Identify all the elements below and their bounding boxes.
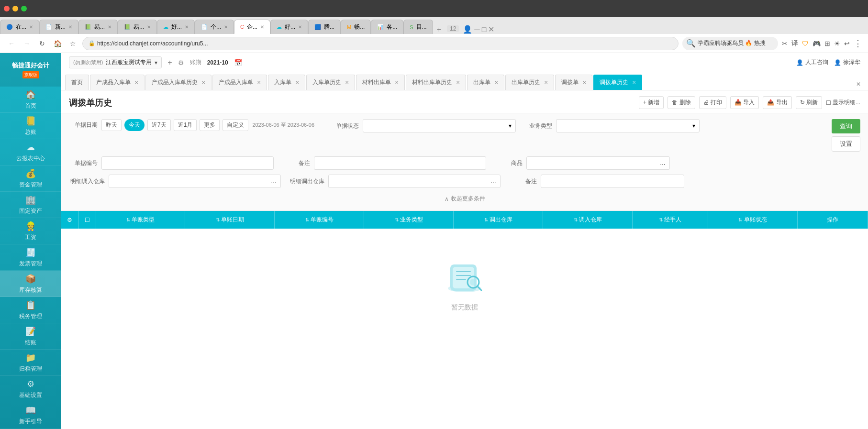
browser-tab-9[interactable]: 🟦 腾... xyxy=(308,20,341,34)
th-status[interactable]: ⇅ 单账状态 xyxy=(708,211,798,229)
th-out-warehouse[interactable]: ⇅ 调出仓库 xyxy=(454,211,543,229)
back-btn[interactable]: ← xyxy=(6,38,17,49)
browser-tab-7[interactable]: C 企... ✕ xyxy=(234,20,270,34)
app-tab-outbound-hist-close[interactable]: ✕ xyxy=(544,80,548,85)
th-type[interactable]: ⇅ 单账类型 xyxy=(96,211,185,229)
filter-vno-input[interactable] xyxy=(101,156,274,170)
filter-note-input[interactable] xyxy=(314,156,486,170)
th-biz[interactable]: ⇅ 业务类型 xyxy=(364,211,454,229)
browser-tab-11[interactable]: 📊 各... xyxy=(371,20,403,34)
app-tab-product-inbound-close[interactable]: ✕ xyxy=(134,80,138,85)
settings-gear-icon[interactable]: ⚙ xyxy=(178,59,184,66)
forward-btn[interactable]: → xyxy=(21,38,33,49)
th-gear[interactable]: ⚙ xyxy=(61,211,78,229)
app-tab-transfer-hist[interactable]: 调拨单历史 ✕ xyxy=(593,75,642,90)
th-no[interactable]: ⇅ 单账编号 xyxy=(275,211,364,229)
collapse-btn[interactable]: ∧ 收起更多条件 xyxy=(445,193,485,205)
app-tab-inbound-hist[interactable]: 入库单历史 ✕ xyxy=(306,75,355,90)
filter-biz-select[interactable]: ▾ xyxy=(556,119,700,132)
app-tab-transfer-hist-close[interactable]: ✕ xyxy=(632,80,636,85)
filter-detail-in-select[interactable]: … xyxy=(109,175,281,188)
app-tab-material-out-close[interactable]: ✕ xyxy=(395,80,399,85)
sidebar-item-closing[interactable]: 📝 结账 xyxy=(0,323,61,350)
date-btn-1month[interactable]: 近1月 xyxy=(174,119,197,131)
sidebar-item-settings[interactable]: ⚙ 基础设置 xyxy=(0,376,61,402)
home-btn[interactable]: 🏠 xyxy=(52,38,63,49)
sidebar-item-home[interactable]: 🏠 首页 xyxy=(0,87,61,113)
date-btn-today[interactable]: 今天 xyxy=(124,119,145,131)
browser-maximize[interactable]: □ xyxy=(482,25,487,34)
app-tab-inbound-close[interactable]: ✕ xyxy=(295,80,299,85)
refresh-btn-page[interactable]: ↻ 刷新 xyxy=(796,96,822,109)
app-tab-product-inbound[interactable]: 产成品入库单 ✕ xyxy=(90,75,145,90)
add-company-btn[interactable]: + xyxy=(167,58,172,67)
browser-tab-2[interactable]: 📄 新... ✕ xyxy=(39,20,78,34)
browser-close[interactable]: ✕ xyxy=(488,25,494,34)
sidebar-item-guide[interactable]: 📖 新手引导 xyxy=(0,402,61,429)
filter-detail-out-select[interactable]: … xyxy=(328,175,501,188)
print-btn[interactable]: 🖨 打印 xyxy=(699,96,726,109)
service-btn[interactable]: 👤 人工咨询 xyxy=(796,58,828,66)
query-btn[interactable]: 查询 xyxy=(832,119,860,133)
sidebar-item-archive[interactable]: 📁 归档管理 xyxy=(0,350,61,376)
browser-tab-12[interactable]: S 目... xyxy=(403,20,433,34)
sidebar-item-tax[interactable]: 📋 税务管理 xyxy=(0,297,61,323)
th-handler[interactable]: ⇅ 经手人 xyxy=(633,211,708,229)
app-tab-home[interactable]: 首页 xyxy=(65,75,89,90)
sidebar-item-invoice[interactable]: 🧾 发票管理 xyxy=(0,244,61,271)
company-selector[interactable]: (勿删勿禁用) 江西服宝测试专用 ▾ xyxy=(69,56,162,68)
new-tab-btn[interactable]: + xyxy=(433,25,445,34)
app-tab-material-out[interactable]: 材料出库单 ✕ xyxy=(356,75,405,90)
sidebar-item-ledger[interactable]: 📒 总账 xyxy=(0,113,61,139)
app-tab-product-inbound-hist-close[interactable]: ✕ xyxy=(201,80,205,85)
tab-count[interactable]: 12 xyxy=(447,25,459,32)
calendar-icon[interactable]: 📅 xyxy=(234,59,242,66)
browser-tab-4[interactable]: 📗 易... ✕ xyxy=(118,20,157,34)
app-tab-inbound[interactable]: 入库单 ✕ xyxy=(268,75,305,90)
browser-tab-8[interactable]: ☁ 好... ✕ xyxy=(270,20,308,34)
date-btn-7days[interactable]: 近7天 xyxy=(147,119,171,131)
browser-tab-3[interactable]: 📗 易... ✕ xyxy=(78,20,118,34)
refresh-btn[interactable]: ↻ xyxy=(36,38,48,49)
filter-status-select[interactable]: ▾ xyxy=(363,119,516,132)
user-btn[interactable]: 👤 徐泽华 xyxy=(834,58,860,66)
browser-tab-10[interactable]: M 畅... xyxy=(341,20,371,34)
app-tab-material-out-hist-close[interactable]: ✕ xyxy=(456,80,460,85)
app-tab-material-out-hist[interactable]: 材料出库单历史 ✕ xyxy=(406,75,466,90)
close-tab-section[interactable]: ✕ xyxy=(853,78,864,90)
date-btn-yesterday[interactable]: 昨天 xyxy=(101,119,122,131)
bookmark-btn[interactable]: ☆ xyxy=(67,38,78,49)
app-tab-product-inbound-hist[interactable]: 产成品入库单历史 ✕ xyxy=(145,75,211,90)
th-in-warehouse[interactable]: ⇅ 调入仓库 xyxy=(543,211,633,229)
app-tab-product-inbound-2[interactable]: 产成品入库单 ✕ xyxy=(212,75,267,90)
show-col-btn[interactable]: ☐ 显示明细... xyxy=(826,99,860,107)
app-tab-inbound-hist-close[interactable]: ✕ xyxy=(345,80,349,85)
search-bar[interactable]: 🔍 学霸应聘场驱鸟员 🔥 热搜 xyxy=(682,37,778,50)
settings-filter-btn[interactable]: 设置 xyxy=(832,136,860,152)
browser-tab-5[interactable]: ☁ 好... ✕ xyxy=(157,20,195,34)
app-tab-product-inbound-2-close[interactable]: ✕ xyxy=(257,80,261,85)
browser-tab-1[interactable]: 🔵 在... ✕ xyxy=(0,20,39,34)
app-tab-outbound-close[interactable]: ✕ xyxy=(494,80,498,85)
filter-goods-select[interactable]: … xyxy=(526,156,670,170)
app-tab-transfer[interactable]: 调拨单 ✕ xyxy=(555,75,592,90)
app-tab-transfer-close[interactable]: ✕ xyxy=(582,80,586,85)
address-bar[interactable]: 🔒 https://cloud.chanjet.com/accounting/u… xyxy=(82,37,679,50)
app-tab-outbound-hist[interactable]: 出库单历史 ✕ xyxy=(505,75,554,90)
date-btn-custom[interactable]: 自定义 xyxy=(223,119,248,131)
browser-minimize[interactable]: ─ xyxy=(474,25,479,34)
browser-tab-6[interactable]: 📄 个... ✕ xyxy=(195,20,234,34)
new-btn[interactable]: + 新增 xyxy=(639,96,664,109)
menu-icon[interactable]: ⋮ xyxy=(854,38,862,49)
sidebar-item-salary[interactable]: 👷 工资 xyxy=(0,218,61,244)
th-checkbox[interactable]: ☐ xyxy=(78,211,96,229)
sidebar-item-fixed-asset[interactable]: 🏢 固定资产 xyxy=(0,192,61,218)
sidebar-item-fund[interactable]: 💰 资金管理 xyxy=(0,165,61,192)
delete-btn[interactable]: 🗑 删除 xyxy=(668,96,695,109)
th-date[interactable]: ⇅ 单账日期 xyxy=(185,211,275,229)
export-btn[interactable]: 📤 导出 xyxy=(763,96,791,109)
filter-backup-note-input[interactable] xyxy=(541,175,684,188)
sidebar-item-cloud-report[interactable]: ☁ 云报表中心 xyxy=(0,139,61,165)
sidebar-item-inventory[interactable]: 📦 库存核算 xyxy=(0,271,61,297)
import-btn[interactable]: 📥 导入 xyxy=(730,96,759,109)
